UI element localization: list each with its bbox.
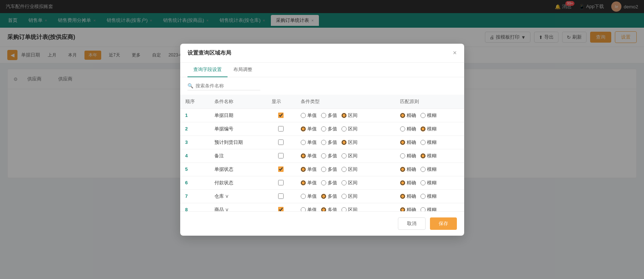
display-checkbox[interactable] [278, 140, 284, 145]
type-option-区间[interactable]: 区间 [341, 180, 357, 184]
tab-layout-adjust-label: 布局调整 [233, 67, 252, 72]
type-option-多值[interactable]: 多值 [321, 180, 337, 184]
display-checkbox-wrap [272, 113, 291, 118]
type-radio[interactable] [341, 180, 347, 184]
match-radio-group: 精确 模糊 [400, 139, 459, 146]
type-radio[interactable] [321, 180, 326, 184]
display-checkbox[interactable] [278, 126, 284, 131]
match-option-精确[interactable]: 精确 [400, 126, 416, 132]
match-option-label: 精确 [407, 126, 416, 132]
match-radio[interactable] [420, 180, 426, 184]
match-option-label: 模糊 [427, 126, 436, 132]
type-radio[interactable] [301, 180, 306, 184]
type-option-多值[interactable]: 多值 [321, 126, 337, 132]
match-radio[interactable] [420, 167, 426, 172]
modal-overlay: 设置查询区域布局 × 查询字段设置 布局调整 🔍 顺序 [0, 0, 644, 184]
type-radio[interactable] [301, 167, 306, 172]
match-option-模糊[interactable]: 模糊 [420, 139, 436, 146]
match-option-label: 模糊 [427, 139, 436, 146]
match-option-精确[interactable]: 精确 [400, 180, 416, 184]
match-radio[interactable] [420, 153, 426, 158]
type-option-多值[interactable]: 多值 [321, 139, 337, 146]
type-radio[interactable] [341, 153, 347, 158]
type-radio[interactable] [321, 167, 326, 172]
type-option-label: 单值 [307, 180, 317, 184]
type-radio[interactable] [301, 153, 306, 158]
row-match-cell: 精确 模糊 [395, 135, 464, 149]
match-option-精确[interactable]: 精确 [400, 166, 416, 173]
type-option-区间[interactable]: 区间 [341, 112, 357, 119]
type-option-多值[interactable]: 多值 [321, 112, 337, 119]
display-checkbox[interactable] [278, 166, 284, 172]
table-row: 3预计到货日期 单值 多值 区间 精确 模糊 [180, 135, 464, 149]
type-option-区间[interactable]: 区间 [341, 126, 357, 132]
row-order: 3 [180, 135, 209, 149]
type-option-区间[interactable]: 区间 [341, 166, 357, 173]
type-option-区间[interactable]: 区间 [341, 153, 357, 159]
display-checkbox[interactable] [278, 153, 284, 158]
dialog-title: 设置查询区域布局 [187, 50, 231, 56]
match-option-精确[interactable]: 精确 [400, 112, 416, 119]
search-box: 🔍 [187, 82, 260, 90]
dialog-close-button[interactable]: × [453, 50, 457, 56]
fields-table: 顺序 条件名称 显示 条件类型 匹配原则 1单据日期 单值 多值 区间 [180, 95, 464, 184]
display-checkbox[interactable] [278, 113, 284, 118]
match-radio[interactable] [400, 180, 405, 184]
match-option-模糊[interactable]: 模糊 [420, 180, 436, 184]
match-option-精确[interactable]: 精确 [400, 153, 416, 159]
tab-layout-adjust[interactable]: 布局调整 [228, 63, 258, 77]
match-option-label: 模糊 [427, 166, 436, 173]
match-option-精确[interactable]: 精确 [400, 139, 416, 146]
type-option-单值[interactable]: 单值 [301, 153, 317, 159]
type-option-区间[interactable]: 区间 [341, 139, 357, 146]
type-radio[interactable] [321, 140, 326, 145]
match-radio[interactable] [420, 126, 426, 131]
match-option-模糊[interactable]: 模糊 [420, 112, 436, 119]
type-option-单值[interactable]: 单值 [301, 166, 317, 173]
search-icon: 🔍 [187, 83, 193, 89]
match-radio[interactable] [420, 113, 426, 118]
match-radio[interactable] [400, 167, 405, 172]
row-display-cell [266, 135, 296, 149]
match-option-模糊[interactable]: 模糊 [420, 126, 436, 132]
type-option-多值[interactable]: 多值 [321, 153, 337, 159]
type-option-单值[interactable]: 单值 [301, 112, 317, 119]
match-radio[interactable] [400, 126, 405, 131]
match-option-模糊[interactable]: 模糊 [420, 166, 436, 173]
type-radio[interactable] [341, 113, 347, 118]
match-radio[interactable] [400, 153, 405, 158]
match-option-模糊[interactable]: 模糊 [420, 153, 436, 159]
row-field-name: 备注 [209, 149, 266, 162]
type-radio[interactable] [321, 126, 326, 131]
display-checkbox[interactable] [278, 180, 284, 184]
match-radio[interactable] [400, 140, 405, 145]
type-radio-group: 单值 多值 区间 [301, 180, 390, 184]
type-option-label: 多值 [328, 126, 337, 132]
row-field-name: 单据状态 [209, 162, 266, 176]
match-radio[interactable] [420, 140, 426, 145]
match-option-label: 模糊 [427, 153, 436, 159]
order-number: 5 [185, 166, 188, 172]
type-option-单值[interactable]: 单值 [301, 180, 317, 184]
type-option-单值[interactable]: 单值 [301, 126, 317, 132]
match-radio[interactable] [400, 113, 405, 118]
type-radio[interactable] [301, 140, 306, 145]
type-option-单值[interactable]: 单值 [301, 139, 317, 146]
search-input[interactable] [195, 83, 254, 89]
tab-query-fields[interactable]: 查询字段设置 [187, 63, 228, 77]
type-option-多值[interactable]: 多值 [321, 166, 337, 173]
match-option-label: 精确 [407, 112, 416, 119]
tab-query-fields-label: 查询字段设置 [193, 67, 222, 72]
type-option-label: 多值 [328, 153, 337, 159]
type-radio[interactable] [321, 153, 326, 158]
type-radio[interactable] [341, 140, 347, 145]
type-radio[interactable] [301, 126, 306, 131]
type-radio[interactable] [301, 113, 306, 118]
table-row: 4备注 单值 多值 区间 精确 模糊 [180, 149, 464, 162]
row-display-cell [266, 109, 296, 122]
row-display-cell [266, 162, 296, 176]
type-radio[interactable] [321, 113, 326, 118]
type-radio[interactable] [341, 167, 347, 172]
type-radio[interactable] [341, 126, 347, 131]
table-row: 6付款状态 单值 多值 区间 精确 模糊 [180, 176, 464, 184]
